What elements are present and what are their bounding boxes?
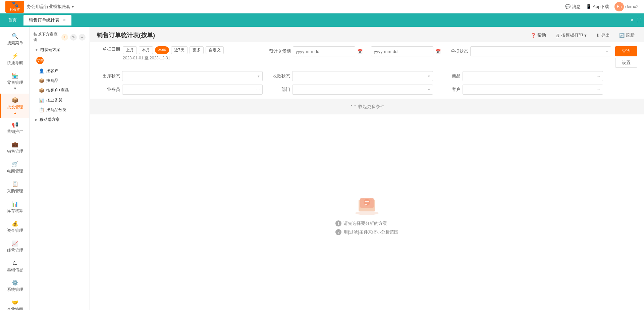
tree-item-by-category[interactable]: 📋 按商品分类 [30, 105, 90, 115]
chevron-down-icon-payment: ▾ [428, 74, 430, 79]
sidebar-label-sales: 销售管理 [7, 149, 23, 154]
user-menu[interactable]: Ea demo2 [614, 2, 639, 11]
sidebar-item-enterprise[interactable]: 🤝 企业协同 [0, 296, 29, 310]
salesperson-field[interactable]: ··· [122, 85, 263, 95]
action-buttons: 查询 设置 [615, 46, 637, 68]
ecommerce-icon: 🛒 [12, 161, 18, 167]
sales-icon: 💼 [12, 141, 18, 148]
sidebar: 🔍 搜索菜单 ⚡ 快捷导航 🏪 零售管理 ▼ 📦 批发管理 ▲ 📢 营销推广 💼… [0, 27, 30, 310]
sidebar-item-operations[interactable]: 📈 经营管理 [0, 237, 29, 257]
sidebar-item-finance[interactable]: 💰 资金管理 [0, 217, 29, 237]
refresh-label: 刷新 [626, 32, 635, 38]
salesperson-scheme-icon: 📊 [39, 98, 44, 103]
app-download-button[interactable]: 📱 App下载 [586, 4, 609, 10]
sidebar-item-wholesale[interactable]: 📦 批发管理 ▲ [0, 94, 29, 118]
expand-mobile-icon: ▶ [35, 118, 38, 121]
expected-date-to-input[interactable] [371, 46, 433, 56]
query-button[interactable]: 查询 [615, 46, 637, 56]
export-icon: ⬇ [596, 33, 600, 38]
date-btn-last-month[interactable]: 上月 [123, 46, 137, 54]
hint-item-2: 2 用[过滤]条件来缩小分析范围 [335, 229, 398, 235]
message-button[interactable]: 💬 消息 [565, 4, 581, 10]
sidebar-item-base-info[interactable]: 🗂 基础信息 [0, 257, 29, 276]
add-scheme-button[interactable]: + [61, 34, 68, 41]
dept-label: 部门 [267, 87, 290, 93]
template-print-button[interactable]: 🖨 按模板打印 ▾ [553, 31, 589, 40]
delivery-select[interactable]: ▾ [122, 71, 263, 81]
operations-icon: 📈 [12, 240, 18, 247]
tab-home[interactable]: 首页 [3, 15, 22, 25]
tab-sales-order-stats[interactable]: 销售订单统计表 ✕ [23, 15, 71, 25]
payment-select[interactable]: ▾ [292, 71, 433, 81]
sidebar-item-retail[interactable]: 🏪 零售管理 ▼ [0, 69, 29, 94]
date-filter-buttons: 上月 本月 本年 近7天 更多 自定义 [123, 46, 224, 54]
page-actions: ❓ 帮助 🖨 按模板打印 ▾ ⬇ 导出 🔄 刷新 [528, 31, 637, 40]
date-label: 单据日期 [97, 46, 120, 52]
collapse-filter-button[interactable]: ⌃⌃ 收起更多条件 [347, 102, 386, 112]
tree-item-by-customer-product[interactable]: 📦 按客户+商品 [30, 86, 90, 95]
topbar-right: 💬 消息 📱 App下载 Ea demo2 [565, 2, 639, 11]
chevron-down-icon: ▼ [13, 87, 17, 90]
help-icon: ❓ [531, 33, 536, 38]
expected-date-from-input[interactable] [293, 46, 355, 56]
app-selector[interactable]: 办公用品行业模拟账套 ▾ [27, 4, 74, 10]
topbar: 🐾 标根贸 办公用品行业模拟账套 ▾ 💬 消息 📱 App下载 Ea demo2 [0, 0, 644, 13]
date-btn-custom[interactable]: 自定义 [206, 46, 224, 54]
delivery-label: 出库状态 [97, 73, 120, 79]
sidebar-label-wholesale: 批发管理 [7, 104, 23, 110]
customer-label: 客户 [437, 87, 461, 93]
payment-label: 收款状态 [267, 73, 290, 79]
tree-item-by-customer[interactable]: 👤 按客户 [30, 66, 90, 76]
collapse-panel-button[interactable]: « [79, 34, 86, 41]
app-download-label: App下载 [593, 4, 609, 10]
tree-item-by-salesperson[interactable]: 📊 按业务员 [30, 95, 90, 105]
sidebar-label-retail: 零售管理 [7, 80, 23, 86]
status-select[interactable]: ▾ [470, 46, 611, 56]
tree-item-by-product[interactable]: 📦 按商品 [30, 76, 90, 86]
maximize-window-button[interactable]: ⛶ [637, 17, 641, 23]
product-field[interactable]: ··· [463, 71, 603, 81]
export-label: 导出 [601, 32, 610, 38]
more-icon-salesperson: ··· [256, 87, 260, 92]
sidebar-label-operations: 经营管理 [7, 248, 23, 253]
sidebar-item-sales[interactable]: 💼 销售管理 [0, 138, 29, 158]
active-scheme-badge[interactable]: 按单 [36, 57, 44, 64]
sidebar-item-search-menu[interactable]: 🔍 搜索菜单 [0, 30, 29, 49]
chevron-down-icon: ▾ [606, 49, 608, 54]
date-btn-this-year[interactable]: 本年 [155, 46, 169, 54]
tree-section-pc[interactable]: ▼ 电脑端方案 [30, 45, 90, 55]
sidebar-item-inventory[interactable]: 📊 库存核算 [0, 197, 29, 217]
close-window-button[interactable]: ✕ [630, 17, 634, 23]
date-btn-this-month[interactable]: 本月 [139, 46, 153, 54]
date-btn-more[interactable]: 更多 [190, 46, 204, 54]
dept-select[interactable]: ▾ [292, 85, 433, 95]
quick-nav-icon: ⚡ [12, 53, 18, 59]
date-btn-last-7days[interactable]: 近7天 [171, 46, 187, 54]
edit-icon: ✎ [72, 35, 75, 40]
sidebar-item-system[interactable]: ⚙️ 系统管理 [0, 276, 29, 296]
tree-item-by-order[interactable]: 按单 [30, 55, 90, 66]
sidebar-item-purchase[interactable]: 📋 采购管理 [0, 177, 29, 197]
sidebar-label-marketing: 营销推广 [7, 129, 23, 135]
tab-close-icon[interactable]: ✕ [63, 18, 66, 22]
filter-row-1: 单据日期 上月 本月 本年 近7天 更多 自定义 2023-01-01 至 20… [97, 46, 637, 68]
customer-scheme-icon: 👤 [39, 68, 44, 73]
left-panel-header: 按以下方案查询 + ✎ « [30, 30, 90, 45]
refresh-icon: 🔄 [619, 33, 625, 38]
app-selector-text: 办公用品行业模拟账套 [27, 4, 70, 10]
chevron-down-icon-delivery: ▾ [258, 74, 260, 79]
sidebar-item-ecommerce[interactable]: 🛒 电商管理 [0, 158, 29, 177]
setting-button[interactable]: 设置 [615, 58, 637, 68]
export-button[interactable]: ⬇ 导出 [593, 31, 612, 40]
chevron-down-icon-dept: ▾ [428, 88, 430, 92]
tree-section-mobile[interactable]: ▶ 移动端方案 [30, 115, 90, 124]
customer-field[interactable]: ··· [463, 85, 603, 95]
sidebar-label-base: 基础信息 [7, 267, 23, 273]
refresh-button[interactable]: 🔄 刷新 [616, 31, 637, 40]
finance-icon: 💰 [12, 220, 18, 227]
edit-scheme-button[interactable]: ✎ [70, 34, 77, 41]
sidebar-item-marketing[interactable]: 📢 营销推广 [0, 118, 29, 138]
help-button[interactable]: ❓ 帮助 [528, 31, 549, 40]
right-main: 销售订单统计表(按单) ❓ 帮助 🖨 按模板打印 ▾ ⬇ 导出 [90, 27, 644, 310]
sidebar-item-quick-nav[interactable]: ⚡ 快捷导航 [0, 49, 29, 69]
